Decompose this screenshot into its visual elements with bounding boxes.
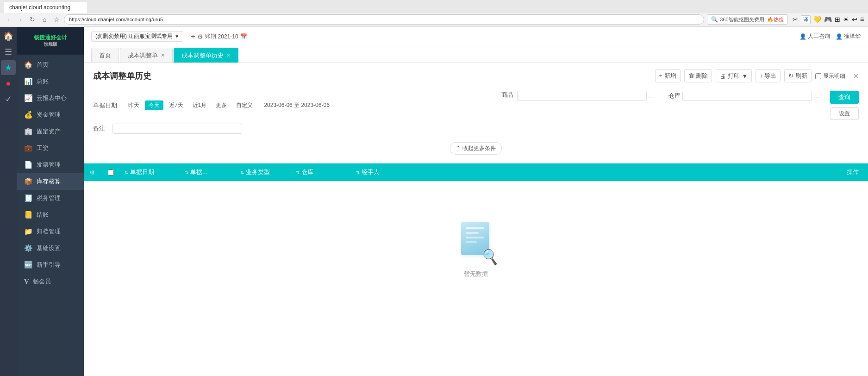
sidebar-item-home[interactable]: 🏠 首页 [17,56,84,73]
date-btn-1month[interactable]: 近1月 [189,100,211,110]
th-checkbox[interactable] [100,169,121,175]
game-icon: 🎮 [824,16,832,23]
settings-btn-top[interactable]: ⚙ [197,33,203,40]
doc-line-4 [466,241,477,243]
date-btn-today[interactable]: 今天 [145,100,163,110]
bookmark-button[interactable]: ☆ [52,15,61,24]
sidebar-item-closing[interactable]: 📒 结账 [17,207,84,223]
magnifier-icon: 🔍 [481,247,500,266]
service-icon: 👤 [799,33,806,40]
salary-icon: 💼 [24,144,33,152]
rail-item-list[interactable]: ☰ [1,44,16,59]
empty-text: 暂无数据 [464,270,488,278]
sidebar-item-vip-label: 畅会员 [33,277,51,286]
th-settings[interactable]: ⚙ [84,169,100,176]
setting-button[interactable]: 设置 [830,107,859,120]
sort-icon-doc: ⇅ [185,170,188,175]
th-actions: 操作 [843,168,868,176]
search-icon: 🔍 [711,16,718,23]
sidebar-item-guide[interactable]: 🆕 新手引导 [17,257,84,273]
translate-icon[interactable]: 译 [801,15,811,24]
empty-state: 🔍 暂无数据 [84,181,868,297]
goods-input[interactable] [517,91,647,101]
sidebar-item-archive[interactable]: 📁 归档管理 [17,223,84,240]
th-doc[interactable]: ⇅ 单据... [181,168,237,176]
table-settings-icon: ⚙ [89,169,95,176]
warehouse-input[interactable] [682,91,812,101]
tab-cost-adjust-history[interactable]: 成本调整单历史 ✕ [174,48,238,63]
collapse-button[interactable]: ⌃ 收起更多条件 [450,142,501,155]
doc-line-1 [466,227,484,229]
print-button[interactable]: 🖨 打印 ▼ [716,69,752,82]
inventory-icon: 📦 [24,177,33,186]
tab-bar: 首页 成本调整单 ✕ 成本调整单历史 ✕ [84,46,868,63]
hot-label: 🔥热搜 [767,16,784,23]
service-button[interactable]: 👤 人工咨询 [799,32,830,40]
sidebar-item-basic-settings-label: 基础设置 [37,244,61,252]
new-button[interactable]: + 新增 [655,69,681,82]
company-selector[interactable]: (勿删勿禁用) 江西服宝测试专用 ▼ [91,31,183,42]
reload-button[interactable]: ↻ [28,15,37,24]
rail-item-home[interactable]: 🏠 [1,29,16,44]
th-operator[interactable]: ⇅ 经手人 [352,168,408,176]
date-btn-yesterday[interactable]: 昨天 [125,100,143,110]
search-bar[interactable]: 🔍 360智能抠图免费用 🔥热搜 [707,14,787,25]
refresh-button[interactable]: ↻ 刷新 [784,69,812,82]
user-button[interactable]: 👤 徐泽华 [836,32,861,40]
remark-input[interactable] [112,124,242,134]
goods-more-btn[interactable]: ... [649,93,654,100]
rail-item-check[interactable]: ✓ [1,92,16,107]
date-btn-7days[interactable]: 近7天 [165,100,187,110]
sidebar-item-ledger[interactable]: 📊 总账 [17,73,84,90]
sidebar-item-invoice[interactable]: 📄 发票管理 [17,157,84,173]
home-button[interactable]: ⌂ [40,15,49,24]
sidebar-item-inventory[interactable]: 📦 库存核算 [17,173,84,190]
select-all-checkbox[interactable] [108,169,114,175]
date-btn-custom[interactable]: 自定义 [232,100,256,110]
tab-cost-adjust-close[interactable]: ✕ [161,52,165,58]
date-filter-label: 单据日期 [93,101,117,110]
sidebar-item-capital[interactable]: 💰 资金管理 [17,107,84,123]
th-warehouse[interactable]: ⇅ 仓库 [292,168,352,176]
add-tab-btn[interactable]: + [191,32,195,41]
tab-cost-adjust[interactable]: 成本调整单 ✕ [120,48,173,63]
menu-icon[interactable]: ≡ [860,15,864,24]
tab-cost-adjust-history-close[interactable]: ✕ [226,52,231,58]
display-toggle[interactable]: 显示明细 [815,72,845,80]
th-date[interactable]: ⇅ 单据日期 [121,168,181,176]
capital-icon: 💰 [24,111,33,119]
search-placeholder-text: 360智能抠图免费用 [720,16,764,23]
rail-item-notification[interactable]: ● [1,76,16,91]
sidebar-item-salary[interactable]: 💼 工资 [17,140,84,157]
browser-tabs-bar: chanjet cloud accounting [0,0,868,13]
browser-tab[interactable]: chanjet cloud accounting [4,2,87,13]
sidebar: 畅捷通好会计 旗舰版 🏠 首页 📊 总账 📈 云报表中心 💰 资金管理 [17,27,84,376]
sidebar-item-ledger-label: 总账 [37,77,49,86]
warehouse-more-btn[interactable]: ... [814,93,819,100]
sidebar-item-tax[interactable]: 🧾 税务管理 [17,190,84,207]
close-page-button[interactable]: ✕ [853,72,859,81]
fixed-assets-icon: 🏢 [24,127,33,136]
date-range: 2023-06-06 至 2023-06-06 [264,101,329,109]
date-btn-more[interactable]: 更多 [212,100,231,110]
back-button[interactable]: ‹ [4,15,13,24]
rail-item-active[interactable]: ★ [1,60,16,75]
forward-button[interactable]: › [16,15,25,24]
display-toggle-checkbox[interactable] [815,73,821,79]
sidebar-item-fixed-assets[interactable]: 🏢 固定资产 [17,123,84,140]
address-input[interactable]: https://cloud.chanjet.com/accounting/uru… [64,14,704,25]
th-biz-type[interactable]: ⇅ 业务类型 [237,168,292,176]
sidebar-item-vip[interactable]: V 畅会员 [17,273,84,290]
delete-button[interactable]: 🗑 删除 [684,69,712,82]
sidebar-item-basic-settings[interactable]: ⚙️ 基础设置 [17,240,84,257]
vip-icon: V [24,278,29,286]
calendar-icon[interactable]: 📅 [240,33,247,40]
date-buttons: 昨天 今天 近7天 近1月 更多 自定义 [125,100,256,110]
company-name: (勿删勿禁用) 江西服宝测试专用 [95,32,173,40]
query-button[interactable]: 查询 [830,91,859,104]
sidebar-item-cloud-reports[interactable]: 📈 云报表中心 [17,90,84,107]
tab-home[interactable]: 首页 [91,48,119,63]
ledger-icon: 📊 [24,77,33,86]
th-biz-type-label: 业务类型 [246,168,270,176]
export-button[interactable]: ↑ 导出 [756,69,781,82]
